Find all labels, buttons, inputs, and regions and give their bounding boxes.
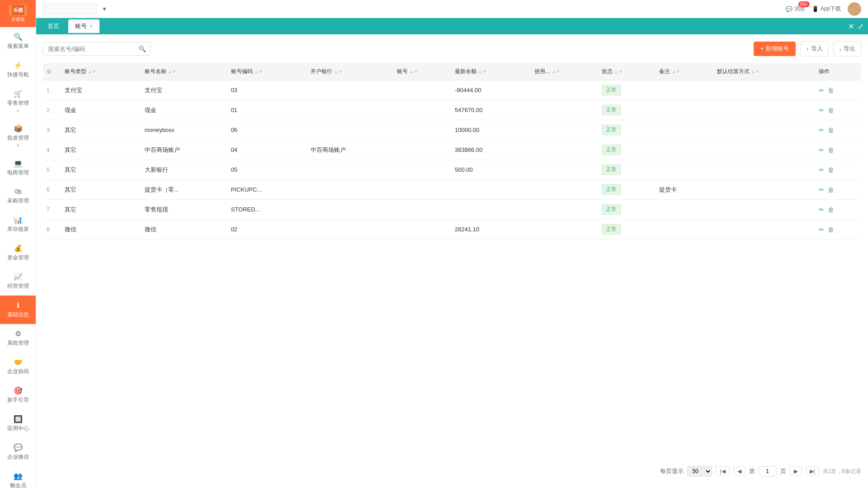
sort-balance-icon: ▲▼ [478,70,487,74]
sidebar-item-finance[interactable]: 💰 资金管理 [0,239,36,267]
delete-button[interactable]: 🗑 [828,107,834,114]
th-usage[interactable]: 使用... ▲▼ [531,63,598,80]
edit-button[interactable]: ✏ [819,87,824,94]
sidebar-item-inventory[interactable]: 📊 库存核算 [0,210,36,239]
sidebar-item-basic[interactable]: ℹ 基础信息 [0,296,36,324]
th-bank[interactable]: 开户银行 ▲▼ [307,63,393,80]
sidebar-item-guide[interactable]: 🎯 新手引导 [0,381,36,409]
account-search-input[interactable] [43,43,134,55]
row-num: 2 [43,100,61,120]
table-row: 3 其它 moneybosx 06 10000.00 正常 ✏ 🗑 [43,120,861,140]
sidebar-item-label: 采购管理 [7,197,29,205]
edit-button[interactable]: ✏ [819,127,824,134]
th-name[interactable]: 账号名称 ▲▼ [141,63,227,80]
sort-usage-icon: ▲▼ [551,70,560,74]
table-row: 2 现金 现金 01 547670.00 正常 ✏ 🗑 [43,100,861,120]
sidebar-item-wechat[interactable]: 💬 企业微信 [0,438,36,466]
sort-code-icon: ▲▼ [254,70,263,74]
sidebar-item-retail[interactable]: 🛒 零售管理 ▼ [0,84,36,119]
maximize-window-icon[interactable]: ⤢ [858,22,863,31]
th-type[interactable]: 账号类型 ▲▼ [61,63,141,80]
export-button[interactable]: ↓ 导出 [833,41,862,56]
user-avatar[interactable] [848,2,861,16]
row-status: 正常 [598,200,656,220]
th-account[interactable]: 账号 ▲▼ [393,63,451,80]
logo-text: 乐惠版 [11,16,25,23]
edit-button[interactable]: ✏ [819,226,824,233]
row-account [393,220,451,239]
sort-remark-icon: ▲▼ [671,70,680,74]
guide-icon: 🎯 [14,386,23,395]
sidebar-item-search[interactable]: 🔍 搜索菜单 [0,27,36,56]
next-page-button[interactable]: ▶ [790,466,802,476]
sidebar-item-purchase[interactable]: 🛍 采购管理 [0,182,36,210]
import-button[interactable]: ↑ 导入 [800,41,829,56]
sort-bank-icon: ▲▼ [334,70,343,74]
sidebar-item-label: 企业协同 [7,368,29,375]
message-button[interactable]: 💬 消息 99+ [786,5,805,13]
sidebar-item-enterprise[interactable]: 🤝 企业协同 [0,352,36,381]
delete-button[interactable]: 🗑 [828,146,834,154]
topbar-right: 💬 消息 99+ 📱 App下载 [786,2,861,16]
delete-button[interactable]: 🗑 [828,206,834,213]
settings-icon[interactable]: ⚙ [47,69,52,75]
prev-page-button[interactable]: ◀ [733,466,745,476]
topbar-dropdown[interactable]: ▼ [102,6,107,12]
th-remark-label: 备注 [659,68,670,75]
th-settings[interactable]: ⚙ [43,63,61,80]
delete-button[interactable]: 🗑 [828,127,834,134]
row-num: 4 [43,140,61,160]
add-account-button[interactable]: + 新增账号 [754,42,796,56]
tab-account[interactable]: 账号 × [68,19,99,33]
search-button[interactable]: 🔍 [134,42,151,55]
edit-button[interactable]: ✏ [819,166,824,174]
sidebar-item-operation[interactable]: 📈 经营管理 [0,267,36,296]
message-icon: 💬 [786,6,793,12]
page-number-input[interactable] [759,466,777,476]
enterprise-icon: 🤝 [14,358,23,366]
th-balance[interactable]: 最新余额 ▲▼ [451,63,531,80]
last-page-button[interactable]: ▶| [806,466,819,476]
edit-button[interactable]: ✏ [819,186,824,193]
row-code: 06 [227,120,307,140]
row-bank [307,120,393,140]
sort-name-icon: ▲▼ [168,70,177,74]
delete-button[interactable]: 🗑 [828,166,834,174]
th-settlement[interactable]: 默认结算方式 ▲▼ [713,63,815,80]
search-nav-icon: 🔍 [14,33,23,41]
table-row: 6 其它 提货卡（零... PICKUPC... 正常 提货卡 ✏ 🗑 [43,180,861,200]
per-page-select[interactable]: 50 10 20 100 [687,466,712,477]
row-balance: 28241.10 [451,220,531,239]
sidebar-item-app[interactable]: 🔲 应用中心 [0,409,36,438]
table-header-row: ⚙ 账号类型 ▲▼ 账号名称 ▲▼ [43,63,861,80]
row-name: 中百商场账户 [141,140,227,160]
edit-button[interactable]: ✏ [819,107,824,114]
row-usage [531,100,598,120]
delete-button[interactable]: 🗑 [828,186,834,193]
export-icon: ↓ [839,46,842,52]
sidebar-item-wholesale[interactable]: 📦 批发管理 ▼ [0,119,36,154]
th-code[interactable]: 账号编码 ▲▼ [227,63,307,80]
th-remark[interactable]: 备注 ▲▼ [656,63,713,80]
edit-button[interactable]: ✏ [819,206,824,213]
sidebar-item-quick[interactable]: ⚡ 快捷导航 [0,56,36,84]
tab-close-icon[interactable]: × [90,23,93,29]
sidebar-item-system[interactable]: ⚙ 系统管理 [0,324,36,352]
row-bank [307,220,393,239]
table-row: 7 其它 零售抵现 STORED... 正常 ✏ 🗑 [43,200,861,220]
topbar-search-input[interactable] [43,4,97,14]
sidebar-item-member[interactable]: 👥 畅会员 [0,466,36,488]
delete-button[interactable]: 🗑 [828,87,834,94]
tab-home[interactable]: 首页 [41,19,66,33]
th-status[interactable]: 状态 ▲▼ [598,63,656,80]
delete-button[interactable]: 🗑 [828,226,834,233]
app-download-button[interactable]: 📱 App下载 [812,5,841,13]
row-actions: ✏ 🗑 [815,120,861,140]
sidebar-item-ecommerce[interactable]: 💻 电商管理 [0,154,36,182]
row-bank [307,100,393,120]
close-window-icon[interactable]: ✕ [848,22,854,31]
row-balance: 500.00 [451,160,531,180]
first-page-button[interactable]: |◀ [716,466,729,476]
edit-button[interactable]: ✏ [819,146,824,154]
total-info: 共1页，8条记录 [823,468,861,475]
